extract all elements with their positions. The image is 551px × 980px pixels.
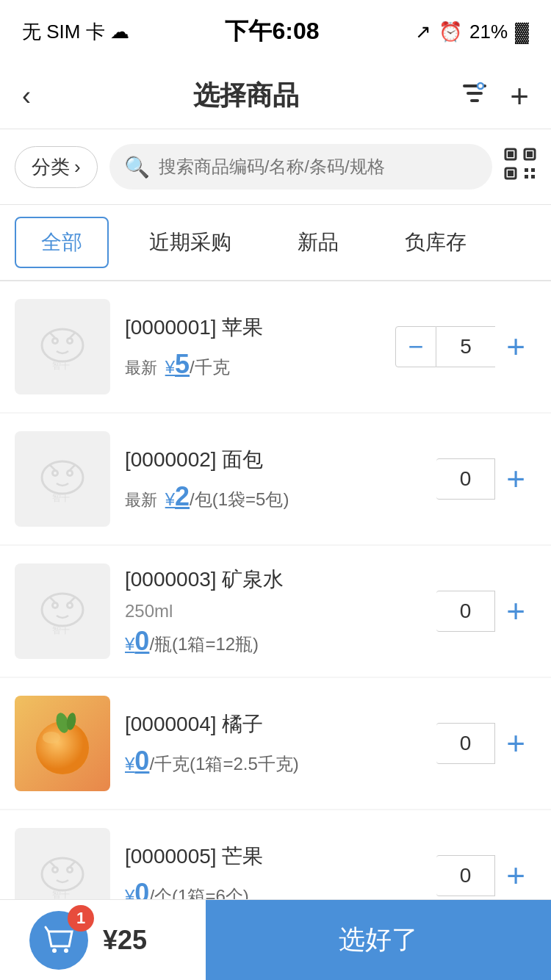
product-image-0000002: 智十 <box>15 431 110 527</box>
qty-input-0000002[interactable] <box>436 458 495 500</box>
back-button[interactable]: ‹ <box>22 81 31 112</box>
placeholder-icon: 智十 <box>33 450 92 508</box>
price-prefix: ¥ <box>165 357 175 377</box>
scan-button[interactable] <box>504 148 536 187</box>
cart-icon <box>43 924 75 956</box>
qty-plus-button-0000001[interactable]: + <box>495 326 536 367</box>
page-title: 选择商品 <box>193 78 299 114</box>
status-bar: 无 SIM 卡 ☁ 下午6:08 ↗ ⏰ 21% ▓ <box>0 0 551 63</box>
product-name-0000003: [0000003] 矿泉水 <box>125 566 422 594</box>
product-info-0000004: [0000004] 橘子 ¥0/千克(1箱=2.5千克) <box>110 710 436 777</box>
svg-rect-7 <box>527 151 533 157</box>
status-right: ↗ ⏰ 21% ▓ <box>415 21 529 43</box>
product-image-0000003: 智十 <box>15 563 110 659</box>
battery-icon: ▓ <box>515 21 529 43</box>
product-image-0000001: 智十 <box>15 299 110 394</box>
battery-status: 21% <box>469 21 508 43</box>
svg-text:智十: 智十 <box>52 361 70 371</box>
product-name-0000001: [0000001] 苹果 <box>125 314 381 342</box>
product-price-0000003: ¥0/瓶(1箱=12瓶) <box>125 626 422 657</box>
search-box: 🔍 <box>109 144 492 190</box>
latest-label: 最新 <box>125 359 157 377</box>
price-prefix: ¥ <box>125 754 134 774</box>
price-prefix: ¥ <box>165 489 175 509</box>
svg-point-26 <box>42 594 83 626</box>
svg-point-20 <box>42 461 83 494</box>
product-price-0000004: ¥0/千克(1箱=2.5千克) <box>125 746 422 777</box>
category-label: 分类 <box>32 154 70 180</box>
qty-control-0000003: + <box>436 591 536 632</box>
status-left: 无 SIM 卡 ☁ <box>22 19 129 45</box>
product-item-0000002: 智十 [0000002] 面包 最新 ¥2/包(1袋=5包) + <box>0 414 551 544</box>
tab-recent-purchase[interactable]: 近期采购 <box>123 217 257 267</box>
svg-rect-12 <box>525 175 528 179</box>
alarm-icon: ⏰ <box>439 21 462 43</box>
product-item-0000001: 智十 [0000001] 苹果 最新 ¥5/千克 − + <box>0 281 551 412</box>
svg-point-3 <box>478 83 483 89</box>
filter-button[interactable] <box>461 80 488 112</box>
cart-total: ¥25 <box>103 925 147 956</box>
svg-point-17 <box>54 339 57 342</box>
filter-search-row: 分类 › 🔍 <box>0 129 551 205</box>
svg-rect-10 <box>525 168 528 172</box>
svg-text:智十: 智十 <box>52 625 70 635</box>
svg-text:智十: 智十 <box>52 493 70 503</box>
svg-rect-9 <box>508 170 514 176</box>
chevron-right-icon: › <box>74 156 81 179</box>
price-unit: /瓶(1箱=12瓶) <box>149 634 259 654</box>
svg-text:智十: 智十 <box>52 890 70 900</box>
qty-input-0000004[interactable] <box>436 723 495 764</box>
product-name-0000004: [0000004] 橘子 <box>125 710 422 738</box>
svg-point-41 <box>68 868 71 871</box>
tab-all[interactable]: 全部 <box>15 217 109 268</box>
cart-icon-wrap[interactable]: 1 <box>29 911 88 970</box>
add-button[interactable]: + <box>510 78 529 115</box>
svg-point-23 <box>54 472 57 475</box>
svg-point-18 <box>68 339 71 342</box>
cart-area: 1 ¥25 <box>0 911 206 970</box>
qty-control-0000004: + <box>436 723 536 764</box>
svg-point-30 <box>68 604 71 607</box>
price-value: 2 <box>175 481 190 511</box>
product-spec-0000003: 250ml <box>125 601 422 621</box>
qty-input-0000005[interactable] <box>436 855 495 896</box>
qty-plus-button-0000004[interactable]: + <box>495 723 536 764</box>
qty-input-0000003[interactable] <box>436 591 495 632</box>
qty-minus-button-0000001[interactable]: − <box>395 326 436 367</box>
tab-new-product[interactable]: 新品 <box>272 217 364 267</box>
svg-point-40 <box>54 868 57 871</box>
latest-label: 最新 <box>125 491 157 509</box>
svg-rect-13 <box>531 175 535 179</box>
nav-right: + <box>461 78 529 115</box>
status-time: 下午6:08 <box>225 15 319 48</box>
product-name-0000002: [0000002] 面包 <box>125 446 422 474</box>
qty-plus-button-0000005[interactable]: + <box>495 855 536 896</box>
qty-plus-button-0000002[interactable]: + <box>495 458 536 500</box>
tab-negative-stock[interactable]: 负库存 <box>379 217 492 267</box>
confirm-button[interactable]: 选好了 <box>206 900 551 981</box>
price-value: 0 <box>134 746 149 776</box>
placeholder-icon: 智十 <box>33 846 92 905</box>
price-value: 0 <box>134 626 149 656</box>
svg-rect-1 <box>467 92 483 95</box>
placeholder-icon: 智十 <box>33 317 92 376</box>
svg-point-14 <box>42 329 83 361</box>
svg-point-37 <box>42 858 83 890</box>
search-icon: 🔍 <box>124 155 150 179</box>
qty-input-0000001[interactable] <box>436 326 495 367</box>
product-image-0000004 <box>15 696 110 791</box>
qty-control-0000002: + <box>436 458 536 500</box>
product-price-0000001: 最新 ¥5/千克 <box>125 349 381 380</box>
svg-point-24 <box>68 472 71 475</box>
product-info-0000002: [0000002] 面包 最新 ¥2/包(1袋=5包) <box>110 446 436 512</box>
sim-status: 无 SIM 卡 ☁ <box>22 19 129 45</box>
category-button[interactable]: 分类 › <box>15 146 98 188</box>
product-info-0000001: [0000001] 苹果 最新 ¥5/千克 <box>110 314 395 380</box>
search-input[interactable] <box>159 156 478 177</box>
price-prefix: ¥ <box>125 634 134 654</box>
nav-bar: ‹ 选择商品 + <box>0 63 551 129</box>
qty-control-0000001: − + <box>395 326 536 367</box>
price-unit: /千克(1箱=2.5千克) <box>149 754 298 774</box>
qty-plus-button-0000003[interactable]: + <box>495 591 536 632</box>
svg-point-29 <box>54 604 57 607</box>
